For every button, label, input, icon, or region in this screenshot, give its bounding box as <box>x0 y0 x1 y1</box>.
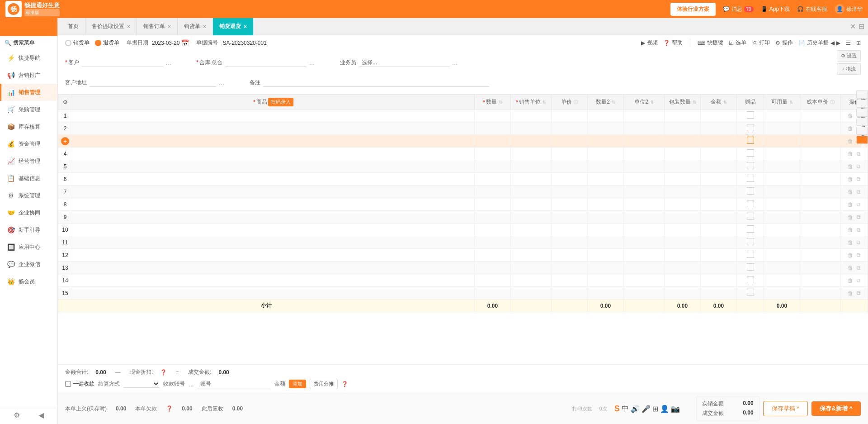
user-btn[interactable]: 👤 徐泽华 <box>835 4 863 14</box>
amount-cell-6[interactable] <box>701 173 737 186</box>
gift-checkbox-9[interactable] <box>747 213 754 220</box>
save-new-btn[interactable]: 保存&新增 ^ <box>811 401 861 416</box>
delete-icon-15[interactable]: 🗑 <box>848 290 853 296</box>
one-click-checkbox[interactable] <box>65 381 71 387</box>
sidebar-item-app-center[interactable]: 🔲 应用中心 <box>0 238 57 256</box>
address-input[interactable] <box>90 78 216 87</box>
gift-cell-5[interactable] <box>737 160 764 173</box>
product-cell-12[interactable] <box>72 249 475 262</box>
qty-cell-6[interactable] <box>475 173 511 186</box>
copy-icon-5[interactable]: ⧉ <box>857 163 861 170</box>
product-cell-13[interactable] <box>72 262 475 274</box>
sidebar-item-new-guide[interactable]: 🎯 新手引导 <box>0 221 57 238</box>
help-btn[interactable]: ❓ 帮助 <box>663 39 683 47</box>
product-cell-7[interactable] <box>72 186 475 198</box>
copy-icon-11[interactable]: ⧉ <box>857 239 861 246</box>
rfp-share[interactable]: 分享 <box>856 127 868 135</box>
qty-cell-14[interactable] <box>475 274 511 287</box>
gift-checkbox-14[interactable] <box>747 276 754 283</box>
unit-cell-4[interactable] <box>511 148 552 160</box>
product-cell-3[interactable] <box>72 135 475 148</box>
gift-checkbox-6[interactable] <box>747 175 754 182</box>
gift-cell-4[interactable] <box>737 148 764 160</box>
product-cell-6[interactable] <box>72 173 475 186</box>
customer-dots[interactable]: ... <box>166 59 171 66</box>
qty2-cell-13[interactable] <box>588 262 624 274</box>
delete-icon-3[interactable]: 🗑 <box>848 138 853 144</box>
product-cell-15[interactable] <box>72 287 475 300</box>
qty2-cell-12[interactable] <box>588 249 624 262</box>
avail-cell-2[interactable] <box>764 122 800 135</box>
pack-cell-7[interactable] <box>665 186 701 198</box>
cost-cell-15[interactable] <box>800 287 841 300</box>
avail-cell-1[interactable] <box>764 110 800 122</box>
cost-cell-8[interactable] <box>800 198 841 211</box>
amount-cell-11[interactable] <box>701 236 737 249</box>
scan-btn[interactable]: 扫码录入 <box>268 98 293 106</box>
cost-cell-10[interactable] <box>800 224 841 236</box>
unit-cell-11[interactable] <box>511 236 552 249</box>
sidebar-search[interactable]: 🔍 搜索菜单 <box>0 36 57 49</box>
delete-icon-6[interactable]: 🗑 <box>848 176 853 182</box>
bill-help-icon[interactable]: ❓ <box>166 405 173 412</box>
online-service-btn[interactable]: 🎧 在线客服 <box>797 5 827 13</box>
product-input-3[interactable] <box>75 138 472 144</box>
qty-cell-11[interactable] <box>475 236 511 249</box>
unit2-cell-9[interactable] <box>624 211 665 224</box>
radio-return[interactable]: 退货单 <box>95 39 119 47</box>
sidebar-item-system-mgmt[interactable]: ⚙ 系统管理 <box>0 187 57 204</box>
gift-cell-6[interactable] <box>737 173 764 186</box>
unit2-cell-14[interactable] <box>624 274 665 287</box>
sidebar-item-finance[interactable]: 💰 资金管理 <box>0 135 57 152</box>
copy-icon-4[interactable]: ⧉ <box>857 151 861 157</box>
gift-cell-10[interactable] <box>737 224 764 236</box>
price-cell-14[interactable] <box>552 274 588 287</box>
delete-icon-11[interactable]: 🗑 <box>848 239 853 246</box>
account-input[interactable] <box>198 380 271 388</box>
gift-cell-1[interactable] <box>737 110 764 122</box>
rfp-attachments[interactable]: 附件 <box>856 109 868 117</box>
tab-home[interactable]: 首页 <box>61 18 85 35</box>
rfp-notes[interactable]: 笔记 <box>856 91 868 99</box>
unit2-cell-1[interactable] <box>624 110 665 122</box>
view-toggle-list[interactable]: ☰ <box>846 40 851 46</box>
one-click-payment[interactable]: 一键收款 <box>65 380 94 388</box>
add-row-btn[interactable]: + <box>61 137 69 145</box>
rfp-screenshot[interactable]: 截图 <box>856 136 868 144</box>
copy-icon-8[interactable]: ⧉ <box>857 201 861 208</box>
avail-cell-14[interactable] <box>764 274 800 287</box>
history-prev[interactable]: ◀ <box>830 40 835 46</box>
amount-cell-5[interactable] <box>701 160 737 173</box>
account-dots[interactable]: ... <box>189 381 194 388</box>
unit2-cell-5[interactable] <box>624 160 665 173</box>
app-download-btn[interactable]: 📱 App下载 <box>761 5 790 13</box>
amount-cell-9[interactable] <box>701 211 737 224</box>
avail-cell-10[interactable] <box>764 224 800 236</box>
unit-cell-10[interactable] <box>511 224 552 236</box>
copy-icon-15[interactable]: ⧉ <box>857 290 861 296</box>
history-next[interactable]: ▶ <box>836 40 840 46</box>
cost-info-icon[interactable]: ⓘ <box>830 99 835 105</box>
delete-icon-8[interactable]: 🗑 <box>848 201 853 208</box>
date-value[interactable]: 2023-03-20 <box>152 40 179 46</box>
unit2-cell-3[interactable] <box>624 135 665 148</box>
unit2-sort-icon[interactable]: ⇅ <box>650 100 654 105</box>
cost-cell-6[interactable] <box>800 173 841 186</box>
avail-cell-11[interactable] <box>764 236 800 249</box>
copy-icon-9[interactable]: ⧉ <box>857 214 861 220</box>
video-btn[interactable]: ▶ 视频 <box>641 39 658 47</box>
price-cell-8[interactable] <box>552 198 588 211</box>
warehouse-dots[interactable]: ... <box>309 59 315 66</box>
avail-cell-9[interactable] <box>764 211 800 224</box>
amount-cell-1[interactable] <box>701 110 737 122</box>
salesperson-dots[interactable]: ... <box>452 59 458 66</box>
unit2-cell-11[interactable] <box>624 236 665 249</box>
collapse-btn[interactable]: ◀ <box>38 411 44 419</box>
unit2-cell-7[interactable] <box>624 186 665 198</box>
unit-sort-icon[interactable]: ⇅ <box>542 100 546 105</box>
pack-cell-15[interactable] <box>665 287 701 300</box>
discount-help-icon[interactable]: ❓ <box>160 369 167 376</box>
taskbar-icon-2[interactable]: 🔊 <box>631 405 640 413</box>
unit2-cell-8[interactable] <box>624 198 665 211</box>
cost-cell-11[interactable] <box>800 236 841 249</box>
